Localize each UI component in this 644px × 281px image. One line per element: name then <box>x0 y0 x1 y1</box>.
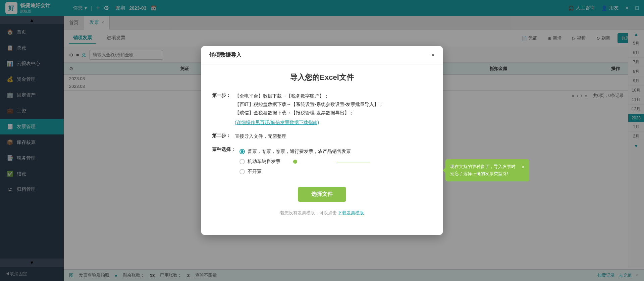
tooltip-close-btn[interactable]: × <box>522 163 525 171</box>
ticket-type-row: 票种选择： 普票，专票，卷票，通行费发票，农产品销售发票 机动车销售发票 <box>212 146 432 179</box>
modal-title: 销项数据导入 <box>209 52 241 59</box>
radio-btn-1[interactable] <box>239 149 245 154</box>
step2-content: 直接导入文件，无需整理 <box>235 132 286 140</box>
modal-close-btn[interactable]: × <box>431 52 435 59</box>
import-modal: 销项数据导入 × 导入您的Excel文件 第一步： 【全电平台】数据下载→【税务… <box>201 46 443 235</box>
guide-link[interactable]: (详细操作见百旺/航信发票数据下载指南) <box>235 120 319 125</box>
radio-btn-2[interactable] <box>239 159 245 164</box>
select-file-btn[interactable]: 选择文件 <box>298 187 346 202</box>
tooltip-arrow <box>443 168 445 173</box>
radio-label-1: 普票，专票，卷票，通行费发票，农产品销售发票 <box>248 149 351 155</box>
step1-line-3: 【航信】金税盘数据下载→【报税管理-发票数据导出】； <box>235 109 383 117</box>
step1-label: 第一步： <box>212 92 231 99</box>
step1-content: 【全电平台】数据下载→【税务数字账户】； 【百旺】税控盘数据下载→【系统设置-系… <box>235 92 383 127</box>
ticket-label: 票种选择： <box>212 146 235 153</box>
modal-footer: 若您没有发票模版，可以点击 下载发票模版 <box>212 210 432 216</box>
radio-group: 普票，专票，卷票，通行费发票，农产品销售发票 机动车销售发票 不开票 <box>239 149 351 179</box>
tooltip-text: 现在支持的票种多了，导入发票时别忘了选择正确的发票类型呀! <box>450 164 516 176</box>
modal-body: 导入您的Excel文件 第一步： 【全电平台】数据下载→【税务数字账户】； 【百… <box>201 64 443 224</box>
radio-item-2: 机动车销售发票 <box>239 159 351 165</box>
modal-overlay[interactable]: 销项数据导入 × 导入您的Excel文件 第一步： 【全电平台】数据下载→【税务… <box>0 0 644 281</box>
modal-header: 销项数据导入 × <box>201 46 443 64</box>
download-template-link[interactable]: 下载发票模版 <box>338 210 364 215</box>
radio-label-2: 机动车销售发票 <box>248 159 280 165</box>
radio-btn-3[interactable] <box>239 169 245 174</box>
footer-text: 若您没有发票模版，可以点击 <box>280 210 337 215</box>
radio-label-3: 不开票 <box>248 169 262 175</box>
tooltip-popup: × 现在支持的票种多了，导入发票时别忘了选择正确的发票类型呀! <box>445 159 529 181</box>
tooltip-dot <box>293 160 297 164</box>
tooltip-connector-line <box>336 163 370 163</box>
radio-item-1: 普票，专票，卷票，通行费发票，农产品销售发票 <box>239 149 351 155</box>
step1-row: 第一步： 【全电平台】数据下载→【税务数字账户】； 【百旺】税控盘数据下载→【系… <box>212 92 432 127</box>
step1-line-1: 【全电平台】数据下载→【税务数字账户】； <box>235 92 383 100</box>
step2-row: 第二步： 直接导入文件，无需整理 <box>212 132 432 140</box>
modal-main-title: 导入您的Excel文件 <box>212 72 432 82</box>
step2-label: 第二步： <box>212 132 231 139</box>
radio-item-3: 不开票 <box>239 169 351 175</box>
step1-line-2: 【百旺】税控盘数据下载→【系统设置-系统参数设置-发票批量导入】； <box>235 100 383 109</box>
